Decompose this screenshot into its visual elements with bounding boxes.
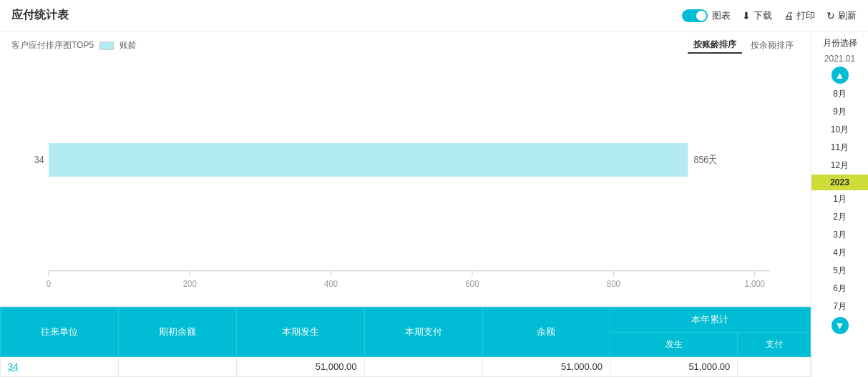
chart-toggle[interactable] xyxy=(682,9,708,22)
download-label: 下载 xyxy=(754,9,772,22)
col-ytd-pay: 支付 xyxy=(738,333,811,357)
sidebar-month-item[interactable]: 11月 xyxy=(811,139,868,157)
sidebar-months-before: 8月9月10月11月12月 xyxy=(811,85,868,175)
legend-color-label: 账龄 xyxy=(120,39,137,52)
col-current: 本期发生 xyxy=(237,308,364,357)
table-section: 往来单位 期初余额 本期发生 本期支付 余额 本年累计 发生 支付 xyxy=(0,306,811,377)
svg-text:0: 0 xyxy=(47,278,51,289)
chart-section: 客户应付排序图TOP5 账龄 按账龄排序 按余额排序 34 xyxy=(0,31,811,377)
chart-legend: 客户应付排序图TOP5 账龄 xyxy=(11,39,137,52)
col-balance: 余额 xyxy=(482,308,610,357)
col-opening: 期初余额 xyxy=(119,308,237,357)
refresh-icon: ↻ xyxy=(826,10,835,21)
main-area: 客户应付排序图TOP5 账龄 按账龄排序 按余额排序 34 xyxy=(0,31,868,377)
cell-ytd-pay xyxy=(738,357,811,377)
print-icon: 🖨 xyxy=(784,10,794,21)
chart-area: 34 856天 0 200 400 600 800 1,000 xyxy=(0,59,811,306)
sidebar-month-item[interactable]: 4月 xyxy=(811,244,868,262)
y-label: 34 xyxy=(34,154,44,165)
sidebar-month-item[interactable]: 2月 xyxy=(811,208,868,226)
bar-end-label: 856天 xyxy=(694,154,718,165)
svg-text:400: 400 xyxy=(324,278,338,289)
right-sidebar: 月份选择 2021.01 ▲ 8月9月10月11月12月 2023 1月2月3月… xyxy=(811,31,868,377)
table-row: 34 51,000.00 51,000.00 51,000.00 xyxy=(1,357,811,377)
print-button[interactable]: 🖨 打印 xyxy=(784,9,815,22)
col-unit: 往来单位 xyxy=(1,308,119,357)
sidebar-month-item[interactable]: 3月 xyxy=(811,226,868,244)
sidebar-down-button[interactable]: ▼ xyxy=(832,317,849,334)
cell-opening xyxy=(119,357,237,377)
col-ytd-occur: 发生 xyxy=(610,333,737,357)
sidebar-month-item[interactable]: 6月 xyxy=(811,280,868,298)
chart-header: 客户应付排序图TOP5 账龄 按账龄排序 按余额排序 xyxy=(0,31,811,59)
sidebar-month-item[interactable]: 7月 xyxy=(811,298,868,315)
chart-toggle-label: 图表 xyxy=(712,9,731,22)
sidebar-month-item[interactable]: 5月 xyxy=(811,262,868,280)
download-button[interactable]: ⬇ 下载 xyxy=(742,9,772,22)
data-table: 往来单位 期初余额 本期发生 本期支付 余额 本年累计 发生 支付 xyxy=(0,307,811,377)
cell-current: 51,000.00 xyxy=(237,357,364,377)
sidebar-year-value: 2021.01 xyxy=(821,52,858,65)
legend-color-box xyxy=(99,41,114,50)
svg-text:800: 800 xyxy=(607,278,620,289)
sidebar-year-marker[interactable]: 2023 xyxy=(811,175,868,190)
sidebar-month-item[interactable]: 12月 xyxy=(811,157,868,175)
sidebar-months-after: 1月2月3月4月5月6月7月 xyxy=(811,190,868,315)
sidebar-month-item[interactable]: 9月 xyxy=(811,103,868,121)
download-icon: ⬇ xyxy=(742,10,751,21)
refresh-label: 刷新 xyxy=(838,9,857,22)
legend-title: 客户应付排序图TOP5 xyxy=(11,39,94,52)
sidebar-title: 月份选择 xyxy=(823,34,857,52)
cell-ytd-occur: 51,000.00 xyxy=(610,357,737,377)
unit-link[interactable]: 34 xyxy=(8,361,18,372)
svg-text:1,000: 1,000 xyxy=(744,278,765,289)
print-label: 打印 xyxy=(796,9,815,22)
app-header: 应付统计表 图表 ⬇ 下载 🖨 打印 ↻ 刷新 xyxy=(0,0,868,31)
col-payment: 本期支付 xyxy=(364,308,482,357)
chart-toggle-wrap[interactable]: 图表 xyxy=(682,9,731,22)
chart-sort-buttons: 按账龄排序 按余额排序 xyxy=(688,37,799,54)
col-ytd: 本年累计 xyxy=(610,308,810,333)
sort-by-age-button[interactable]: 按账龄排序 xyxy=(688,37,742,54)
sidebar-up-button[interactable]: ▲ xyxy=(832,67,849,84)
svg-text:200: 200 xyxy=(183,278,197,289)
chart-bar xyxy=(49,143,688,177)
sidebar-month-item[interactable]: 10月 xyxy=(811,121,868,139)
cell-payment xyxy=(364,357,482,377)
refresh-button[interactable]: ↻ 刷新 xyxy=(826,9,857,22)
cell-unit: 34 xyxy=(1,357,119,377)
sort-by-balance-button[interactable]: 按余额排序 xyxy=(745,37,799,54)
sidebar-month-item[interactable]: 8月 xyxy=(811,85,868,103)
bar-chart: 34 856天 0 200 400 600 800 1,000 xyxy=(11,59,799,306)
svg-text:600: 600 xyxy=(465,278,479,289)
header-actions: 图表 ⬇ 下载 🖨 打印 ↻ 刷新 xyxy=(682,9,857,22)
sidebar-month-item[interactable]: 1月 xyxy=(811,190,868,208)
cell-balance: 51,000.00 xyxy=(482,357,610,377)
page-title: 应付统计表 xyxy=(11,8,69,23)
